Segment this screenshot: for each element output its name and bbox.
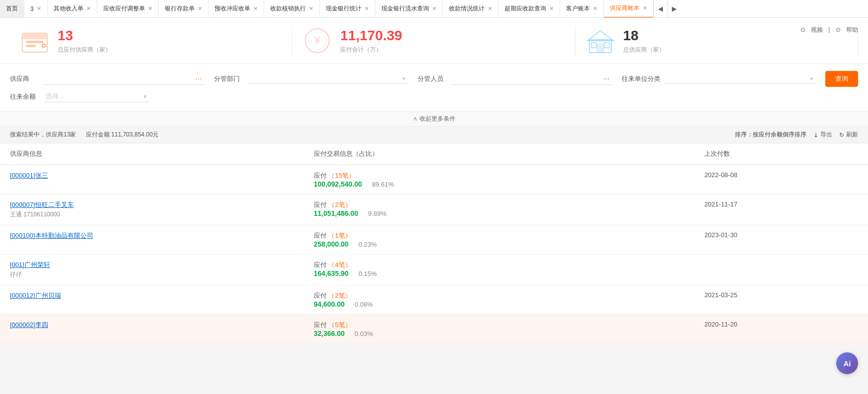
svg-rect-3 xyxy=(26,45,36,47)
supplier-info-cell: [000001]张三 xyxy=(0,165,304,195)
nav-tab-bank-deposit[interactable]: 银行存款单 ✕ xyxy=(159,0,209,18)
dept-filter-arrow-icon: ▾ xyxy=(402,75,406,82)
supplier-link[interactable]: [000012]广州贝瑞 xyxy=(10,291,294,300)
tx-pct: 0.23% xyxy=(359,241,377,248)
collapse-label[interactable]: 收起更多条件 xyxy=(420,115,455,122)
nav-tab-overdue-query-close[interactable]: ✕ xyxy=(549,5,554,12)
filter-balance: 往来余额 选择... ▾ xyxy=(10,91,149,102)
total-payable-amount-label: 应付合计（万） xyxy=(340,46,402,54)
filter-person: 分管人员 ··· xyxy=(418,73,612,85)
tx-amount: 11,051,486.00 xyxy=(314,209,359,217)
help-link[interactable]: 帮助 xyxy=(846,26,858,33)
tx-label-line: 应付 （5笔） xyxy=(314,321,685,329)
nav-tab-receipt-verify-close[interactable]: ✕ xyxy=(309,5,313,12)
tx-label: 应付 xyxy=(314,292,327,299)
person-filter-input[interactable] xyxy=(453,75,603,82)
category-filter-select[interactable]: ▾ xyxy=(664,74,816,84)
filter-row-2: 往来余额 选择... ▾ xyxy=(10,91,858,102)
refresh-label[interactable]: 刷新 xyxy=(846,131,858,139)
nav-tab-prepay-offset[interactable]: 预收冲应收单 ✕ xyxy=(209,0,264,18)
supplier-info-cell: [000002]李四 xyxy=(0,315,304,344)
nav-tab-bank-deposit-close[interactable]: ✕ xyxy=(198,5,202,12)
supplier-filter-dots[interactable]: ··· xyxy=(195,74,202,83)
nav-tab-ap-adjust[interactable]: 应收应付调整单 ✕ xyxy=(97,0,159,18)
supplier-link[interactable]: [000002]李四 xyxy=(10,321,294,329)
supplier-filter-input-wrap[interactable]: ··· xyxy=(44,73,204,85)
supplier-filter-label: 供应商 xyxy=(10,74,40,83)
category-filter-label: 往来单位分类 xyxy=(622,74,660,83)
last-payment-cell: 2020-11-20 xyxy=(694,315,868,344)
total-payable-suppliers-number: 13 xyxy=(58,27,111,44)
nav-tab-3[interactable]: 3 ✕ xyxy=(24,0,48,18)
export-label[interactable]: 导出 xyxy=(820,131,832,139)
tx-label-line: 应付 （4笔） xyxy=(314,261,685,269)
help-links: ⊙ 视频 | ⊙ 帮助 xyxy=(796,26,858,34)
filter-dept: 分管部门 ▾ xyxy=(214,74,408,84)
nav-tab-receipt-stat[interactable]: 收款情况统计 ✕ xyxy=(443,0,499,18)
tx-info-cell: 应付 （4笔）164,635.900.15% xyxy=(304,255,695,285)
balance-filter-label: 往来余额 xyxy=(10,92,40,101)
result-bar: 搜索结果中，供应商13家 应付金额 111,703,854.00元 排序：按应付… xyxy=(0,127,868,143)
nav-tab-home[interactable]: 首页 xyxy=(0,0,24,18)
supplier-link[interactable]: [001]广州荣轩 xyxy=(10,261,294,269)
filter-category: 往来单位分类 ▾ xyxy=(622,74,816,84)
total-payable-amount-number: 11,170.39 xyxy=(340,27,402,44)
nav-tab-cash-bank-stat-label: 现金银行统计 xyxy=(326,4,362,13)
nav-tab-receipt-verify[interactable]: 收款核销执行 ✕ xyxy=(264,0,320,18)
sort-label[interactable]: 排序：按应付余额倒序排序 xyxy=(735,131,806,139)
svg-rect-13 xyxy=(591,43,596,48)
tx-info-cell: 应付 （15笔）100,092,540.0089.61% xyxy=(304,165,695,195)
filter-area: 供应商 ··· 分管部门 ▾ 分管人员 ··· 往来单位分类 xyxy=(0,64,868,112)
nav-tab-cash-bank-flow-close[interactable]: ✕ xyxy=(432,5,436,12)
nav-tab-3-close[interactable]: ✕ xyxy=(37,5,41,12)
supplier-link[interactable]: [000007]恒旺二手叉车 xyxy=(10,200,294,209)
refresh-icon: ↻ xyxy=(839,131,844,138)
supplier-filter-input[interactable] xyxy=(46,75,195,82)
person-filter-input-wrap[interactable]: ··· xyxy=(451,73,612,85)
col-last-payment: 上次付数 xyxy=(694,143,868,165)
nav-tab-cash-bank-flow[interactable]: 现金银行流水查询 ✕ xyxy=(375,0,443,18)
help-video-icon: ⊙ xyxy=(800,26,805,33)
nav-tab-supplier-ledger-close[interactable]: ✕ xyxy=(643,5,647,11)
help-video-link[interactable]: 视频 xyxy=(811,26,823,33)
nav-tab-other-income[interactable]: 其他收入单 ✕ xyxy=(48,0,97,18)
tx-label: 应付 xyxy=(314,232,327,239)
col-supplier-info: 供应商信息 xyxy=(0,143,304,165)
nav-arrow-right[interactable]: ▶ xyxy=(667,0,681,18)
tx-label: 应付 xyxy=(314,201,327,208)
tx-label-line: 应付 （1笔） xyxy=(314,231,685,240)
supplier-info-cell: [000012]广州贝瑞 xyxy=(0,285,304,315)
nav-tab-overdue-query[interactable]: 超期应收款查询 ✕ xyxy=(499,0,560,18)
export-button[interactable]: ⤓ 导出 xyxy=(813,131,832,139)
person-filter-dots[interactable]: ··· xyxy=(603,74,609,83)
supplier-link[interactable]: [000001]张三 xyxy=(10,171,294,180)
svg-rect-2 xyxy=(26,41,44,43)
nav-tab-customer-ledger-close[interactable]: ✕ xyxy=(593,5,597,12)
supplier-link[interactable]: [000100]本特勤油品有限公司 xyxy=(10,231,294,240)
collapse-bar[interactable]: ∧ 收起更多条件 xyxy=(0,112,868,127)
nav-tab-cash-bank-stat-close[interactable]: ✕ xyxy=(364,5,369,12)
nav-tab-cash-bank-stat[interactable]: 现金银行统计 ✕ xyxy=(320,0,375,18)
balance-filter-select[interactable]: 选择... ▾ xyxy=(44,91,149,102)
dept-filter-select[interactable]: ▾ xyxy=(248,74,408,84)
tx-pct: 0.15% xyxy=(359,270,377,277)
tx-count: （5笔） xyxy=(328,321,351,328)
tx-info-cell: 应付 （5笔）32,366.000.03% xyxy=(304,315,695,344)
tx-pct: 9.89% xyxy=(368,210,386,217)
nav-tab-supplier-ledger[interactable]: 供应商账本 ✕ xyxy=(604,0,653,18)
nav-tab-prepay-offset-close[interactable]: ✕ xyxy=(253,5,258,12)
query-button[interactable]: 查询 xyxy=(825,71,858,87)
refresh-button[interactable]: ↻ 刷新 xyxy=(839,131,858,139)
nav-tab-ap-adjust-close[interactable]: ✕ xyxy=(148,5,152,12)
summary-card2-content: 11,170.39 应付合计（万） xyxy=(340,27,402,55)
last-payment-date: 2021-11-17 xyxy=(704,200,737,208)
table-row: [000100]本特勤油品有限公司应付 （1笔）258,000.000.23%2… xyxy=(0,225,868,255)
tx-label: 应付 xyxy=(314,321,327,328)
nav-tab-receipt-stat-close[interactable]: ✕ xyxy=(488,5,492,12)
nav-arrow-left[interactable]: ◀ xyxy=(653,0,667,18)
nav-tab-other-income-close[interactable]: ✕ xyxy=(86,5,91,12)
nav-tab-home-label: 首页 xyxy=(6,4,18,13)
last-payment-date: 2021-03-25 xyxy=(704,291,737,299)
nav-tab-customer-ledger[interactable]: 客户账本 ✕ xyxy=(560,0,604,18)
nav-tab-cash-bank-flow-label: 现金银行流水查询 xyxy=(381,4,429,13)
